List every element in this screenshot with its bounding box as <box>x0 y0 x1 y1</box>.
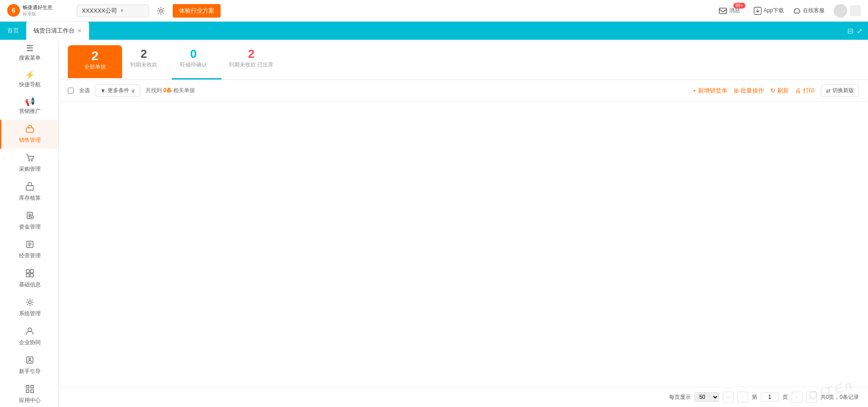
svg-rect-13 <box>30 274 33 277</box>
operations-icon <box>25 240 34 250</box>
top-header: 6 畅捷通好生意 标准版 XXXXXX公司 ▼ 体验行业方案 消息 99+ <box>0 0 868 22</box>
per-page-label: 每页显示 <box>669 393 691 401</box>
page-input[interactable] <box>761 393 779 402</box>
sidebar-item-enterprise[interactable]: 企业协同 <box>0 322 58 351</box>
pagination-bar: 每页显示 50 100 200 « ‹ 第 页 › » 共0页，0条记录 <box>59 387 868 407</box>
stat-shipped-number: 2 <box>248 47 254 61</box>
filter-button[interactable]: ▼ 更多条件 ∨ <box>95 84 140 97</box>
stat-waiting-number: 0 <box>190 47 197 61</box>
tab-home-label: 首页 <box>7 27 19 35</box>
page-prev-button[interactable]: ‹ <box>737 392 748 402</box>
sidebar-item-finance[interactable]: 资金管理 <box>0 206 58 235</box>
filter-chevron-icon: ∨ <box>131 88 135 94</box>
stat-all-number: 2 <box>77 49 113 63</box>
sidebar-item-sales[interactable]: 销售管理 <box>0 120 58 149</box>
company-name: XXXXXX公司 <box>82 7 117 15</box>
app-logo-icon: 6 <box>7 4 20 17</box>
select-all-checkbox[interactable] <box>68 88 74 94</box>
enterprise-icon <box>25 327 34 337</box>
online-service-button[interactable]: 在线客服 <box>793 7 825 15</box>
tab-active-label: 钱货日清工作台 <box>33 27 75 35</box>
svg-point-15 <box>28 328 32 332</box>
toolbar-right: + 新增销货单 ⊞ 批量操作 ↻ 刷新 🖨 打印 ⇄ 切换新版 <box>693 84 859 97</box>
messages-badge: 99+ <box>733 3 745 9</box>
svg-rect-12 <box>26 274 29 277</box>
found-text: 共找到 0条 相关单据 <box>146 87 195 94</box>
sidebar-item-marketing[interactable]: 📢 营销推广 <box>0 93 58 120</box>
sidebar-item-guide[interactable]: 新手引导 <box>0 351 58 380</box>
page-last-button[interactable]: » <box>806 392 817 402</box>
apps-icon <box>25 384 34 395</box>
tab-active[interactable]: 钱货日清工作台 ✕ <box>26 22 89 40</box>
main-layout: ☰ 搜索菜单 ⚡ 快捷导航 📢 营销推广 销售管理 <box>0 40 868 407</box>
select-all-label: 全选 <box>79 87 90 94</box>
company-selector[interactable]: XXXXXX公司 ▼ <box>77 5 149 17</box>
toolbar: 全选 ▼ 更多条件 ∨ 共找到 0条 相关单据 + 新增销货单 ⊞ 批量操作 <box>59 80 868 102</box>
print-button[interactable]: 🖨 打印 <box>795 87 815 95</box>
stat-due-number: 2 <box>141 47 147 61</box>
sidebar-inventory-label: 库存核算 <box>19 194 41 202</box>
svg-point-5 <box>31 160 33 161</box>
content-area: 2 全部单据 2 到期未收款 0 旺铺待确认 2 <box>59 40 868 407</box>
print-icon: 🖨 <box>795 87 801 94</box>
tab-bar-actions: ⊟ ⤢ <box>847 27 868 35</box>
refresh-label: 刷新 <box>777 87 789 95</box>
page-prefix: 第 <box>752 393 757 401</box>
svg-point-14 <box>28 301 31 304</box>
tab-close-icon[interactable]: ✕ <box>77 28 82 34</box>
sidebar-system-label: 系统管理 <box>19 310 41 318</box>
filter-label: 更多条件 <box>108 87 129 94</box>
stat-card-waiting[interactable]: 0 旺铺待确认 <box>172 45 222 80</box>
tab-expand-icon[interactable]: ⤢ <box>857 27 863 35</box>
page-next-button[interactable]: › <box>792 392 802 402</box>
tab-minimize-icon[interactable]: ⊟ <box>847 27 853 35</box>
sidebar-item-search[interactable]: ☰ 搜索菜单 <box>0 40 58 66</box>
sidebar-purchase-label: 采购管理 <box>19 165 41 173</box>
per-page-select[interactable]: 50 100 200 <box>694 392 719 402</box>
user-avatar-area[interactable] <box>834 4 861 18</box>
finance-icon <box>25 211 34 221</box>
inventory-icon <box>25 182 34 192</box>
sidebar-item-basic[interactable]: 基础信息 <box>0 264 58 293</box>
sidebar-item-apps[interactable]: 应用中心 <box>0 380 58 407</box>
sidebar-item-quick-nav[interactable]: ⚡ 快捷导航 <box>0 66 58 93</box>
svg-point-0 <box>160 9 162 12</box>
stat-card-due[interactable]: 2 到期未收款 <box>122 45 172 80</box>
stat-card-all[interactable]: 2 全部单据 <box>68 45 122 80</box>
batch-label: 批量操作 <box>741 87 764 95</box>
add-order-button[interactable]: + 新增销货单 <box>693 87 727 95</box>
sidebar-guide-label: 新手引导 <box>19 368 41 375</box>
table-area <box>59 102 868 387</box>
tab-bar: 首页 钱货日清工作台 ✕ ⊟ ⤢ <box>0 22 868 40</box>
sidebar-finance-label: 资金管理 <box>19 223 41 231</box>
sidebar-apps-label: 应用中心 <box>19 397 41 404</box>
sidebar-enterprise-label: 企业协同 <box>19 339 41 346</box>
refresh-button[interactable]: ↻ 刷新 <box>770 87 789 95</box>
stat-shipped-label: 到期未收款 已出库 <box>229 61 274 72</box>
sidebar-item-operations[interactable]: 经营管理 <box>0 235 58 264</box>
online-service-label: 在线客服 <box>803 7 825 14</box>
app-download-button[interactable]: App下载 <box>754 7 784 15</box>
sidebar-item-system[interactable]: 系统管理 <box>0 293 58 322</box>
sidebar-item-inventory[interactable]: 库存核算 <box>0 178 58 206</box>
svg-point-4 <box>28 160 30 161</box>
sidebar-item-purchase[interactable]: 采购管理 <box>0 149 58 178</box>
search-menu-icon: ☰ <box>26 44 33 52</box>
switch-version-button[interactable]: ⇄ 切换新版 <box>821 84 859 97</box>
svg-rect-10 <box>26 270 29 273</box>
page-first-button[interactable]: « <box>723 392 734 402</box>
add-icon: + <box>693 87 696 94</box>
add-label: 新增销货单 <box>698 87 727 95</box>
app-edition: 标准版 <box>23 11 52 17</box>
messages-button[interactable]: 消息 99+ <box>718 6 740 15</box>
stat-card-shipped[interactable]: 2 到期未收款 已出库 <box>222 45 287 80</box>
system-icon <box>25 298 34 308</box>
batch-operation-button[interactable]: ⊞ 批量操作 <box>734 87 764 95</box>
sidebar-marketing-label: 营销推广 <box>19 108 41 115</box>
sidebar-sales-label: 销售管理 <box>19 136 41 144</box>
sales-icon <box>25 124 34 135</box>
experience-button[interactable]: 体验行业方案 <box>173 4 221 18</box>
tab-home[interactable]: 首页 <box>0 22 26 40</box>
sidebar-operations-label: 经营管理 <box>19 252 41 260</box>
settings-button[interactable] <box>155 5 167 17</box>
